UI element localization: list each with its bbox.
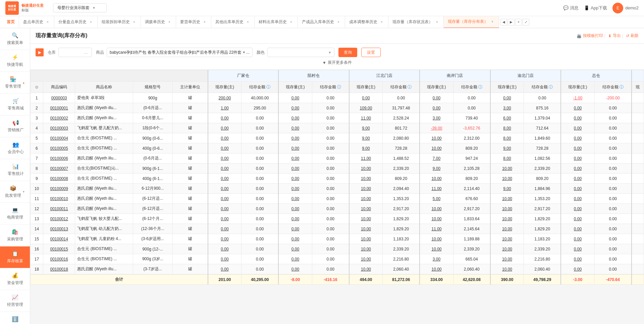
sidebar-item-retail-stats[interactable]: 📊 零售统计 [0, 159, 30, 181]
tab-fenpandian[interactable]: 分量盘点单历史 × [54, 16, 98, 28]
td-code: 00100001 [43, 103, 75, 113]
th-gear: ⚙ [31, 82, 43, 93]
tab-pandian[interactable]: 盘点单历史 × [19, 16, 54, 28]
td-code: 00100006 [43, 153, 75, 164]
td-xian [632, 214, 644, 224]
tab-cailiao[interactable]: 材料出库单历史 × [255, 16, 298, 28]
sidebar-item-ecommerce[interactable]: 💻 电商管理 [0, 203, 30, 225]
summary-mucun-qty: -8.00 [278, 274, 312, 285]
td-zongcang-qty: 0.00 [561, 143, 594, 153]
table-scroll[interactable]: 厂家仓 陌村仓 江北门店 南岸门店 渝北门店 总仓 ⚙ 商品编码 商品名称 [30, 70, 644, 285]
td-factory-amt: 0.00 [241, 164, 279, 174]
td-mucun-amt: 0.00 [312, 184, 349, 194]
close-tab-chengtiao[interactable]: × [379, 20, 384, 25]
td-yubei-amt: 1,183.20 [524, 234, 561, 244]
summary-jiangbei-qty: 494.00 [349, 274, 383, 285]
message-btn[interactable]: 💬 消息 [563, 5, 579, 11]
td-unit: 罐 [172, 123, 208, 133]
table-row: 5 00100004 合生元 (BIOSTIME) ... 900g (0-6.… [31, 133, 644, 143]
nav-next-btn[interactable]: ▶ [508, 19, 515, 26]
tab-home[interactable]: 首页 [3, 16, 19, 28]
export-btn[interactable]: ⬇ 导出 | [608, 33, 623, 39]
sidebar-item-marketing[interactable]: 📢 营销推广 [0, 115, 30, 137]
settings-button[interactable]: 设置 [361, 48, 381, 57]
td-jiangbei-qty: 11.00 [349, 153, 383, 164]
search-icon: 🔍 [1, 32, 29, 39]
td-code: 00100012 [43, 214, 75, 224]
tab-qitachu[interactable]: 其他出库单历史 × [211, 16, 255, 28]
tab-zuhechai[interactable]: 组装拆卸单历史 × [98, 16, 141, 28]
sidebar-item-retail-mgmt[interactable]: 🏪 零售管理 ▲ [0, 72, 30, 94]
td-mucun-amt: 0.00 [312, 174, 349, 184]
td-jiangbei-qty: 0.00 [349, 93, 383, 103]
search-button[interactable]: 查询 [338, 48, 357, 57]
page-actions: 🖨️ 按模板打印 | ⬇ 导出 | ↺ 刷新 [577, 33, 639, 39]
td-factory-qty: 0.00 [208, 204, 241, 214]
td-nanan-qty: -39.00 [420, 123, 453, 133]
td-factory-qty: 0.00 [208, 164, 241, 174]
nav-expand-btn[interactable]: ⤢ [523, 19, 529, 26]
close-tab-zuhechai[interactable]: × [132, 20, 137, 25]
nav-close-btn[interactable]: × [515, 19, 522, 26]
close-tab-diaobofang[interactable]: × [167, 20, 172, 25]
sidebar-item-inventory[interactable]: 📋 库存核算 [0, 246, 30, 268]
close-tab-fenpandian[interactable]: × [89, 20, 93, 25]
sidebar-item-search[interactable]: 🔍 搜索英单 [0, 28, 30, 50]
td-zongcang-qty: 0.00 [561, 113, 594, 123]
tab-xiancunkuang[interactable]: 现存量（库存状况表） × [388, 16, 444, 28]
top-bar: 畅捷通好生意 畅捷通好生意 标版 母婴行业演示陈套 ▼ 💬 消息 📱 App下载… [0, 0, 644, 16]
close-tab-cailiao[interactable]: × [289, 20, 293, 25]
warehouse-input[interactable]: ... [58, 48, 92, 57]
print-btn[interactable]: 🖨️ 按模板打印 | [577, 33, 605, 39]
tab-yaohuo[interactable]: 要货单历史 × [176, 16, 211, 28]
toggle-btn[interactable]: ▶ [36, 48, 44, 56]
td-zongcang-amt: 0.00 [594, 224, 632, 234]
expand-conditions-btn[interactable]: ▼ 展开更多条件 [322, 60, 352, 65]
sidebar-item-shop[interactable]: 🛒 零售商城 [0, 94, 30, 115]
sidebar-item-basic[interactable]: ℹ️ 基础信息 [0, 312, 30, 324]
tab-xiancunfen[interactable]: 现存量（库存分布表） × [444, 16, 499, 28]
gear-col-icon[interactable]: ⚙ [35, 85, 39, 90]
td-factory-qty: 0.00 [208, 264, 241, 275]
sidebar-item-finance[interactable]: 💰 资金管理 [0, 268, 30, 290]
sidebar-item-nav[interactable]: ⚡ 快捷导航 [0, 50, 30, 72]
table-row: 14 00100013 飞鹤星飞帆 幼儿配方奶... (12-36个月... 罐… [31, 224, 644, 234]
tenant-selector[interactable]: 母婴行业演示陈套 ▼ [53, 3, 107, 12]
tab-diaobofang[interactable]: 调拨单历史 × [141, 16, 176, 28]
td-zongcang-qty: 0.00 [561, 174, 594, 184]
td-yubei-amt: 1,829.20 [524, 214, 561, 224]
td-factory-qty: 0.00 [208, 194, 241, 204]
td-name: 惠氏启醒 (Wyeth illu... [75, 194, 133, 204]
td-code: 00100016 [43, 254, 75, 264]
td-xian [632, 153, 644, 164]
nav-prev-btn[interactable]: ◀ [500, 19, 507, 26]
th-zongcang-amt: 结存金额 ⓘ [594, 82, 632, 93]
close-tab-qitachu[interactable]: × [246, 20, 250, 25]
color-input[interactable]: ▼ [267, 48, 334, 57]
td-zongcang-qty: 0.00 [561, 164, 594, 174]
close-tab-pandian[interactable]: × [45, 20, 50, 25]
close-tab-yaohuo[interactable]: × [202, 20, 207, 25]
td-xian [632, 264, 644, 275]
close-tab-xiancunkuang[interactable]: × [435, 20, 439, 25]
td-spec: (6-12月适... [133, 204, 173, 214]
refresh-btn[interactable]: ↺ 刷新 [626, 33, 639, 39]
sidebar-item-member[interactable]: 👥 会员中心 [0, 137, 30, 159]
tab-chengtiao[interactable]: 成本调整单历史 × [345, 16, 388, 28]
tab-chengpin[interactable]: 产成品入库单历史 × [298, 16, 345, 28]
warehouse-ellipsis[interactable]: ... [83, 50, 89, 55]
summary-xian [632, 274, 644, 285]
td-nanan-qty: 3.00 [420, 254, 453, 264]
user-area[interactable]: E demo2 [612, 3, 639, 13]
td-code: 00100011 [43, 204, 75, 214]
td-zongcang-qty: 0.00 [561, 184, 594, 194]
app-download-btn[interactable]: 📱 App下载 [584, 5, 607, 11]
close-tab-xiancunfen[interactable]: × [490, 19, 495, 24]
td-spec: (0-6月适... [133, 153, 173, 164]
summary-row: 合计 201.00 40,295.00 -8.00 -416.16 494.00… [31, 274, 644, 285]
sidebar-item-wholesale[interactable]: 📦 批发管理 ▼ [0, 181, 30, 203]
sidebar-item-purchase[interactable]: 🛍️ 采购管理 [0, 225, 30, 246]
td-yubei-qty: 6.00 [490, 113, 524, 123]
close-tab-chengpin[interactable]: × [336, 20, 341, 25]
sidebar-item-operation[interactable]: 📈 经营管理 [0, 290, 30, 312]
